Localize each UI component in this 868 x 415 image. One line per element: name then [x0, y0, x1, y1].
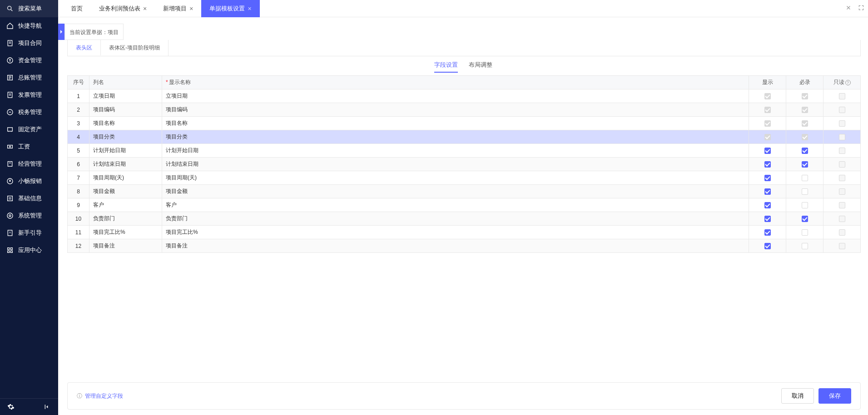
sub-tab[interactable]: 字段设置	[434, 61, 458, 73]
sidebar-item-label: 小畅报销	[18, 177, 42, 185]
cell-col-name: 项目完工比%	[89, 226, 162, 239]
checkbox[interactable]	[764, 202, 771, 208]
collapse-icon[interactable]	[44, 403, 51, 410]
cell-display-name[interactable]: 计划结束日期	[162, 158, 749, 171]
tab-label: 业务利润预估表	[99, 5, 140, 13]
checkbox[interactable]	[802, 188, 808, 195]
cell-col-name: 项目金额	[89, 185, 162, 198]
top-tab[interactable]: 新增项目×	[155, 0, 201, 17]
sidebar-item-tax[interactable]: 税务管理	[0, 104, 58, 121]
table-row[interactable]: 3项目名称项目名称	[68, 117, 861, 130]
sidebar-item-invoice[interactable]: 发票管理	[0, 86, 58, 104]
table-row[interactable]: 4项目分类项目分类	[68, 130, 861, 144]
checkbox[interactable]	[802, 216, 808, 222]
cell-display-name[interactable]: 项目金额	[162, 185, 749, 198]
sidebar-item-apps[interactable]: 应用中心	[0, 242, 58, 259]
close-icon[interactable]: ×	[248, 5, 251, 12]
cell-idx: 7	[68, 171, 89, 185]
sidebar-item-ledger[interactable]: 总账管理	[0, 69, 58, 86]
checkbox[interactable]	[802, 175, 808, 181]
cell-display-name[interactable]: 客户	[162, 198, 749, 212]
table-row[interactable]: 8项目金额项目金额	[68, 185, 861, 198]
save-button[interactable]: 保存	[818, 388, 851, 404]
checkbox[interactable]	[764, 148, 771, 154]
checkbox	[802, 107, 808, 113]
settings-icon[interactable]	[7, 403, 15, 410]
cell-display-name[interactable]: 项目分类	[162, 130, 749, 144]
table-row[interactable]: 12项目备注项目备注	[68, 239, 861, 253]
checkbox	[839, 175, 845, 181]
svg-rect-7	[8, 145, 13, 148]
sidebar-item-search[interactable]: 搜索菜单	[0, 0, 58, 17]
sidebar-item-sales[interactable]: 小畅报销	[0, 173, 58, 190]
manage-custom-fields-link[interactable]: 管理自定义字段	[85, 392, 123, 400]
svg-rect-17	[8, 251, 10, 252]
table-row[interactable]: 1立项日期立项日期	[68, 89, 861, 103]
cell-required	[786, 171, 823, 185]
checkbox[interactable]	[764, 216, 771, 222]
cell-readonly	[823, 158, 861, 171]
section-tab[interactable]: 表体区-项目阶段明细	[101, 40, 169, 56]
sidebar-item-system[interactable]: 系统管理	[0, 207, 58, 224]
table-row[interactable]: 7项目周期(天)项目周期(天)	[68, 171, 861, 185]
checkbox[interactable]	[802, 243, 808, 249]
checkbox[interactable]	[802, 202, 808, 208]
checkbox[interactable]	[802, 161, 808, 168]
sidebar-item-info[interactable]: 基础信息	[0, 190, 58, 207]
help-icon[interactable]: ?	[845, 80, 851, 85]
cell-display-name[interactable]: 项目名称	[162, 117, 749, 130]
sidebar-item-money[interactable]: 资金管理	[0, 52, 58, 69]
table-wrap: 序号 列名 *显示名称 显示 必录 只读? 1立项日期立项日期2项目编码项目编码…	[67, 75, 861, 379]
checkbox[interactable]	[764, 175, 771, 181]
table-row[interactable]: 9客户客户	[68, 198, 861, 212]
cancel-button[interactable]: 取消	[781, 388, 814, 404]
expand-handle[interactable]	[58, 24, 64, 40]
cell-display-name[interactable]: 项目备注	[162, 239, 749, 253]
content: 当前设置单据：项目 表头区表体区-项目阶段明细 字段设置布局调整 序号 列名 *…	[58, 17, 868, 415]
cell-idx: 1	[68, 89, 89, 103]
section-tabs: 表头区表体区-项目阶段明细	[67, 40, 861, 56]
sidebar-item-salary[interactable]: 工资	[0, 138, 58, 155]
close-all-icon[interactable]	[845, 5, 852, 12]
top-tab[interactable]: 首页	[63, 0, 91, 17]
checkbox[interactable]	[802, 148, 808, 154]
cell-readonly	[823, 130, 861, 144]
close-icon[interactable]: ×	[189, 5, 193, 12]
cell-display-name[interactable]: 负责部门	[162, 212, 749, 226]
cell-display-name[interactable]: 立项日期	[162, 89, 749, 103]
top-tab[interactable]: 单据模板设置×	[201, 0, 259, 17]
table-row[interactable]: 2项目编码项目编码	[68, 103, 861, 117]
table-row[interactable]: 11项目完工比%项目完工比%	[68, 226, 861, 239]
table-row[interactable]: 6计划结束日期计划结束日期	[68, 158, 861, 171]
close-icon[interactable]: ×	[143, 5, 147, 12]
sidebar-item-business[interactable]: 经营管理	[0, 155, 58, 173]
sidebar-item-asset[interactable]: 固定资产	[0, 121, 58, 138]
cell-idx: 8	[68, 185, 89, 198]
cell-idx: 5	[68, 144, 89, 158]
fullscreen-icon[interactable]	[858, 5, 864, 12]
cell-readonly	[823, 117, 861, 130]
cell-readonly	[823, 171, 861, 185]
top-tab[interactable]: 业务利润预估表×	[91, 0, 155, 17]
checkbox[interactable]	[764, 243, 771, 249]
sidebar-item-home[interactable]: 快捷导航	[0, 17, 58, 35]
cell-display-name[interactable]: 项目编码	[162, 103, 749, 117]
section-tab[interactable]: 表头区	[68, 40, 101, 56]
checkbox[interactable]	[764, 188, 771, 195]
checkbox[interactable]	[802, 229, 808, 236]
th-show: 显示	[749, 76, 786, 89]
cell-display-name[interactable]: 计划开始日期	[162, 144, 749, 158]
table-row[interactable]: 5计划开始日期计划开始日期	[68, 144, 861, 158]
sidebar-item-file[interactable]: 项目合同	[0, 35, 58, 52]
cell-display-name[interactable]: 项目周期(天)	[162, 171, 749, 185]
sub-tab[interactable]: 布局调整	[469, 61, 492, 73]
checkbox[interactable]	[764, 161, 771, 168]
svg-rect-16	[10, 248, 12, 250]
checkbox	[764, 107, 771, 113]
table-row[interactable]: 10负责部门负责部门	[68, 212, 861, 226]
sidebar-item-guide[interactable]: 新手引导	[0, 224, 58, 242]
cell-required	[786, 144, 823, 158]
cell-display-name[interactable]: 项目完工比%	[162, 226, 749, 239]
checkbox[interactable]	[764, 229, 771, 236]
sidebar-item-label: 发票管理	[18, 91, 42, 99]
